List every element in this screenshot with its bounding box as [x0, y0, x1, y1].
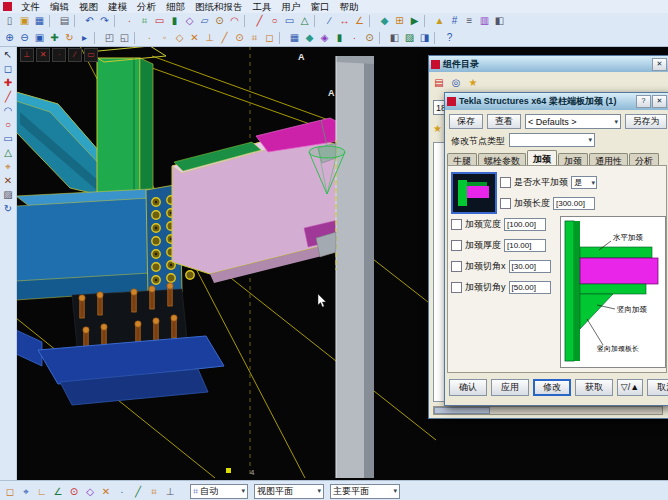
fly-icon[interactable]: ▸	[77, 31, 92, 45]
named-view-icon[interactable]: ◰	[102, 31, 117, 45]
snap-toggle-6-icon[interactable]: ◇	[82, 484, 98, 499]
help-icon[interactable]: ?	[442, 31, 457, 45]
draw-rect-icon[interactable]: ▭	[1, 132, 15, 146]
drawing-list-icon[interactable]: ▥	[477, 14, 492, 28]
dimension-icon[interactable]: ↔	[337, 14, 352, 28]
measure-icon[interactable]: ∕	[322, 14, 337, 28]
snap-toggle-10-icon[interactable]: ⌗	[146, 484, 162, 499]
snap-x-icon[interactable]: ✕	[36, 48, 50, 62]
field-checkbox[interactable]	[451, 282, 462, 293]
snap-grid-icon[interactable]: ⌗	[247, 31, 262, 45]
phase-icon[interactable]: ◧	[387, 31, 402, 45]
menu-item[interactable]: 图纸和报告	[190, 0, 248, 13]
component-catalog-icon[interactable]: ◆	[377, 14, 392, 28]
draw-arc-icon[interactable]: ◠	[1, 104, 15, 118]
field-control[interactable]: [30.00]	[509, 260, 551, 273]
snap-line-icon[interactable]: ╱	[217, 31, 232, 45]
menu-item[interactable]: 文件	[16, 0, 45, 13]
snap-free-icon[interactable]: ◻	[262, 31, 277, 45]
new-model-icon[interactable]: ▯	[2, 14, 17, 28]
select-assembly-icon[interactable]: ◈	[317, 31, 332, 45]
field-control[interactable]: 是	[571, 176, 597, 189]
polygon-tool-icon[interactable]: △	[297, 14, 312, 28]
snap-toggle-8-icon[interactable]: ∙	[114, 484, 130, 499]
dialog-tab[interactable]: 加颈	[527, 150, 557, 166]
draw-circle-icon[interactable]: ○	[1, 118, 15, 132]
angle-icon[interactable]: ∠	[352, 14, 367, 28]
cancel-button[interactable]: 取消	[647, 379, 668, 396]
view-3d-icon[interactable]: ◱	[117, 31, 132, 45]
snap-toggle-3-icon[interactable]: ∟	[34, 484, 50, 499]
redo-icon[interactable]: ↷	[97, 14, 112, 28]
snap-toggle-2-icon[interactable]: ⌖	[18, 484, 34, 499]
clash-check-icon[interactable]: ▲	[432, 14, 447, 28]
catalog-search-icon[interactable]: ◎	[449, 76, 463, 90]
catalog-hscrollbar[interactable]	[433, 406, 663, 415]
snap-dot-icon[interactable]: ∙	[52, 48, 66, 62]
circle-tool-icon[interactable]: ○	[267, 14, 282, 28]
zoom-in-icon[interactable]: ⊕	[2, 31, 17, 45]
print-icon[interactable]: ▤	[57, 14, 72, 28]
component-thumbnail[interactable]	[451, 172, 497, 214]
add-point-icon[interactable]: ✚	[1, 76, 15, 90]
field-checkbox[interactable]	[500, 198, 511, 209]
get-button[interactable]: 获取	[575, 379, 613, 396]
scrollbar-thumb[interactable]	[434, 407, 490, 414]
create-grid-icon[interactable]: ⌗	[137, 14, 152, 28]
main-plane-select[interactable]: 主要平面 ▾	[330, 484, 400, 499]
save-button[interactable]: 保存	[449, 114, 483, 129]
snap-intersect-icon[interactable]: ✕	[187, 31, 202, 45]
menu-item[interactable]: 视图	[74, 0, 103, 13]
pan-icon[interactable]: ✚	[47, 31, 62, 45]
preset-select[interactable]: < Defaults > ▾	[525, 114, 621, 129]
select-component-icon[interactable]: ◆	[302, 31, 317, 45]
field-checkbox[interactable]	[500, 177, 511, 188]
note-tool-icon[interactable]: ▭	[84, 48, 98, 62]
draw-line-icon[interactable]: ╱	[1, 90, 15, 104]
select-point-icon[interactable]: ∙	[347, 31, 362, 45]
area-select-icon[interactable]: ◻	[1, 62, 15, 76]
ucs-icon[interactable]: ⊥	[20, 48, 34, 62]
macro-icon[interactable]: ▶	[407, 14, 422, 28]
select-part-icon[interactable]: ▮	[332, 31, 347, 45]
select-bolt-icon[interactable]: ⊙	[362, 31, 377, 45]
catalog-titlebar[interactable]: 组件目录 ✕	[429, 56, 668, 72]
create-plate-icon[interactable]: ◇	[182, 14, 197, 28]
dialog-titlebar[interactable]: Tekla Structures x64 梁柱端板加颈 (1) ? ✕	[445, 93, 668, 110]
render-icon[interactable]: ◨	[417, 31, 432, 45]
ok-button[interactable]: 确认	[449, 379, 487, 396]
hatch-icon[interactable]: ▨	[1, 188, 15, 202]
field-checkbox[interactable]	[451, 219, 462, 230]
material-icon[interactable]: ▨	[402, 31, 417, 45]
menu-item[interactable]: 编辑	[45, 0, 74, 13]
zoom-out-icon[interactable]: ⊖	[17, 31, 32, 45]
field-checkbox[interactable]	[451, 261, 462, 272]
create-column-icon[interactable]: ▮	[167, 14, 182, 28]
catalog-star-icon[interactable]: ★	[466, 76, 480, 90]
open-model-icon[interactable]: ▣	[17, 14, 32, 28]
select-all-icon[interactable]: ▦	[287, 31, 302, 45]
field-control[interactable]: [100.00]	[504, 218, 546, 231]
refresh-icon[interactable]: ↻	[1, 202, 15, 216]
close-icon[interactable]: ✕	[652, 95, 667, 108]
snap-toggle-4-icon[interactable]: ∠	[50, 484, 66, 499]
catalog-close-icon[interactable]: ✕	[652, 58, 667, 71]
create-weld-icon[interactable]: ◠	[227, 14, 242, 28]
snap-toggle-7-icon[interactable]: ✕	[98, 484, 114, 499]
snap-point-icon[interactable]: ∙	[142, 31, 157, 45]
field-control[interactable]: [300.00]	[553, 197, 595, 210]
menu-item[interactable]: 工具	[248, 0, 277, 13]
snap-toggle-9-icon[interactable]: ╱	[130, 484, 146, 499]
line-tool-icon[interactable]: ╱	[252, 14, 267, 28]
create-bolt-icon[interactable]: ⊙	[212, 14, 227, 28]
draw-poly-icon[interactable]: △	[1, 146, 15, 160]
view-plane-select[interactable]: 视图平面 ▾	[254, 484, 324, 499]
erase-icon[interactable]: ✕	[1, 174, 15, 188]
apply-button[interactable]: 应用	[491, 379, 529, 396]
snap-toggle-5-icon[interactable]: ⊙	[66, 484, 82, 499]
undo-icon[interactable]: ↶	[82, 14, 97, 28]
load-button[interactable]: 查看	[487, 114, 521, 129]
rotate-view-icon[interactable]: ↻	[62, 31, 77, 45]
toggle-button[interactable]: ▽/▲	[617, 379, 643, 396]
help-icon[interactable]: ?	[636, 95, 651, 108]
